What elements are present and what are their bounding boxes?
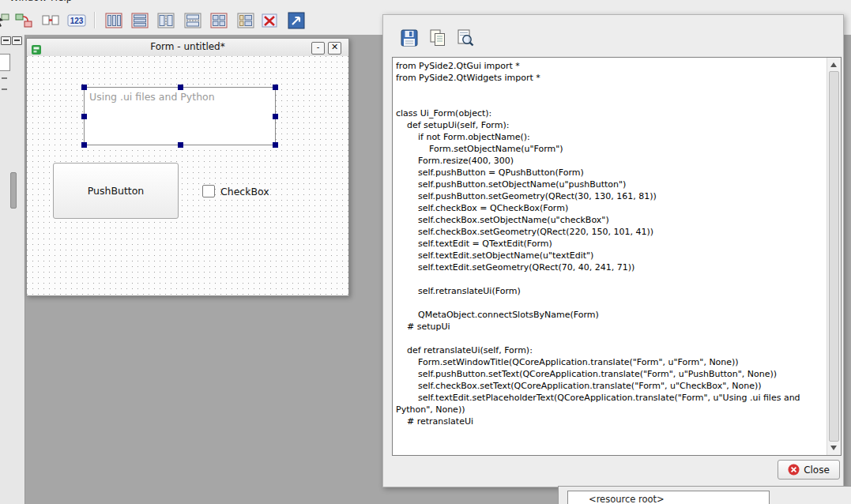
- break-layout-button[interactable]: [258, 9, 282, 32]
- layout-splitter-horizontal-icon: [157, 12, 176, 29]
- adjust-size-button[interactable]: [284, 9, 308, 32]
- save-icon: [400, 38, 419, 50]
- form-window-titlebar[interactable]: Form - untitled* - ✕: [27, 39, 348, 57]
- code-text[interactable]: from PySide2.QtGui import * from PySide2…: [396, 60, 824, 453]
- layout-splitter-horizontal-button[interactable]: [155, 9, 179, 32]
- find-icon: [456, 38, 475, 50]
- layout-horizontal-button[interactable]: [103, 9, 126, 32]
- copy-icon: [428, 38, 447, 50]
- layout-vertical-button[interactable]: [129, 9, 153, 32]
- pushbutton-widget[interactable]: PushButton: [53, 163, 179, 219]
- layout-horizontal-icon: [105, 12, 124, 29]
- edit-signals-slots-button[interactable]: [13, 9, 36, 32]
- widget-filter-input[interactable]: [0, 54, 10, 71]
- scroll-up-icon[interactable]: [830, 62, 837, 67]
- edit-signals-slots-icon: [15, 12, 34, 29]
- menu-window[interactable]: Window: [9, 0, 47, 3]
- dock-float-button[interactable]: [1, 36, 11, 45]
- resource-browser-dock: <resource root>: [558, 486, 851, 504]
- adjust-size-icon: [287, 11, 306, 30]
- selection-handle[interactable]: [81, 142, 87, 148]
- selection-handle[interactable]: [178, 142, 183, 148]
- textedit-widget[interactable]: Using .ui files and Python: [84, 87, 276, 145]
- break-layout-icon: [261, 12, 280, 29]
- layout-form-button[interactable]: [235, 9, 258, 32]
- menu-help[interactable]: Help: [51, 0, 72, 3]
- edit-tab-order-button[interactable]: 123: [65, 9, 88, 32]
- edit-buddies-icon: [42, 12, 61, 29]
- layout-splitter-vertical-button[interactable]: [182, 9, 205, 32]
- dock-float-icon: [3, 39, 9, 41]
- close-button[interactable]: Close: [778, 460, 840, 480]
- tab-order-digits: 123: [70, 17, 84, 25]
- close-button-label: Close: [804, 465, 830, 476]
- code-preview-dialog: from PySide2.QtGui import * from PySide2…: [382, 14, 844, 487]
- layout-vertical-icon: [131, 12, 150, 29]
- resource-root-item[interactable]: <resource root>: [568, 491, 769, 504]
- form-canvas[interactable]: Using .ui files and Python PushButton Ch…: [27, 56, 348, 295]
- copy-button[interactable]: [426, 27, 450, 51]
- selection-handle[interactable]: [81, 114, 87, 119]
- checkbox-box[interactable]: [202, 185, 215, 197]
- code-scrollbar-thumb[interactable]: [829, 71, 839, 442]
- selection-handle[interactable]: [273, 85, 278, 90]
- form-minimize-button[interactable]: -: [311, 42, 325, 55]
- edit-buddies-button[interactable]: [40, 9, 63, 32]
- qt-designer-app: Window Help 123: [0, 0, 851, 504]
- edit-tab-order-icon: 123: [67, 12, 86, 29]
- resource-tree[interactable]: <resource root>: [567, 491, 770, 504]
- save-button[interactable]: [397, 27, 421, 51]
- form-window-title: Form - untitled*: [27, 41, 348, 52]
- menubar: Window Help: [0, 0, 126, 7]
- layout-splitter-vertical-icon: [184, 12, 203, 29]
- close-x-icon: [788, 464, 800, 476]
- edit-widgets-icon: [0, 12, 12, 29]
- dock-close-icon: [14, 39, 20, 41]
- toolbar-separator: [94, 12, 96, 28]
- layout-form-icon: [237, 12, 256, 29]
- form-close-button[interactable]: ✕: [328, 42, 341, 55]
- scroll-down-icon[interactable]: [830, 446, 837, 450]
- selection-handle[interactable]: [81, 85, 87, 90]
- widgetbox-scrollbar-thumb[interactable]: [10, 172, 17, 209]
- checkbox-widget[interactable]: CheckBox: [202, 185, 269, 197]
- code-editor[interactable]: from PySide2.QtGui import * from PySide2…: [392, 57, 842, 456]
- selection-handle[interactable]: [178, 85, 183, 90]
- selection-handle[interactable]: [273, 114, 278, 119]
- code-scrollbar[interactable]: [827, 58, 841, 455]
- layout-grid-icon: [210, 12, 229, 29]
- checkbox-label: CheckBox: [220, 186, 269, 197]
- layout-grid-button[interactable]: [208, 9, 232, 32]
- form-designer-window: Form - untitled* - ✕ Using .ui files and…: [26, 38, 349, 296]
- widgetbox-item-icon: [2, 88, 7, 90]
- find-button[interactable]: [454, 27, 477, 51]
- dock-close-button[interactable]: [12, 36, 22, 45]
- widget-box-dock: [0, 35, 25, 504]
- widgetbox-item-icon: [2, 77, 7, 79]
- textedit-placeholder: Using .ui files and Python: [85, 88, 275, 106]
- selection-handle[interactable]: [273, 142, 278, 148]
